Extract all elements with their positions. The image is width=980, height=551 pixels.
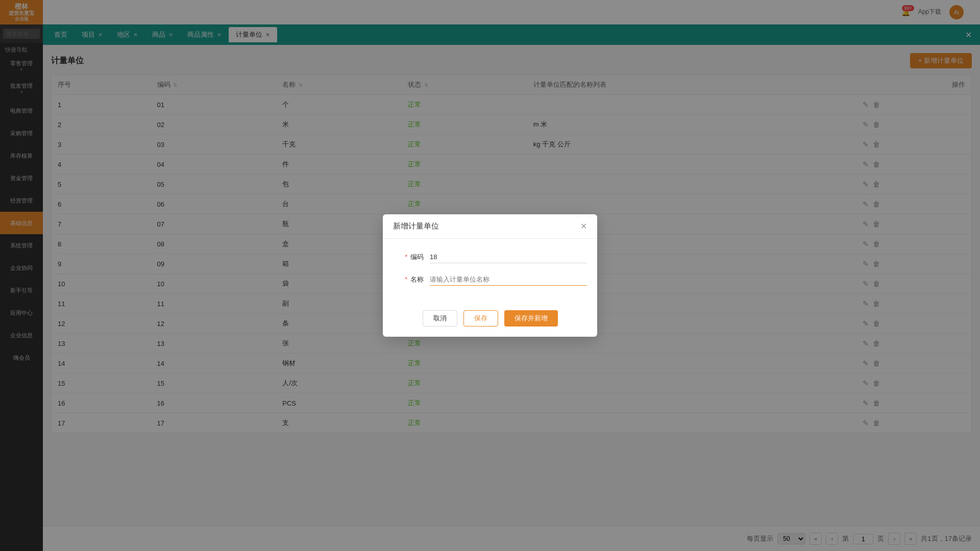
modal-close-button[interactable]: ✕ bbox=[580, 222, 587, 231]
code-label-text: 编码 bbox=[410, 253, 424, 261]
required-mark: * bbox=[405, 253, 407, 261]
save-button[interactable]: 保存 bbox=[463, 310, 498, 327]
modal-overlay: 新增计量单位 ✕ * 编码 * 名称 取消 保存 保存并新增 bbox=[0, 0, 980, 551]
form-row-name: * 名称 bbox=[393, 273, 587, 286]
save-and-new-button[interactable]: 保存并新增 bbox=[504, 310, 558, 327]
cancel-button[interactable]: 取消 bbox=[423, 310, 457, 327]
modal-title: 新增计量单位 bbox=[393, 221, 439, 231]
modal-footer: 取消 保存 保存并新增 bbox=[383, 304, 597, 337]
code-input[interactable] bbox=[430, 251, 587, 263]
add-unit-modal: 新增计量单位 ✕ * 编码 * 名称 取消 保存 保存并新增 bbox=[383, 214, 597, 337]
name-label-text: 名称 bbox=[410, 276, 424, 283]
modal-body: * 编码 * 名称 bbox=[383, 239, 597, 304]
name-input[interactable] bbox=[430, 273, 587, 286]
code-label: * 编码 bbox=[393, 253, 424, 262]
name-label: * 名称 bbox=[393, 275, 424, 284]
required-mark: * bbox=[405, 276, 407, 283]
form-row-code: * 编码 bbox=[393, 251, 587, 263]
modal-header: 新增计量单位 ✕ bbox=[383, 214, 597, 239]
